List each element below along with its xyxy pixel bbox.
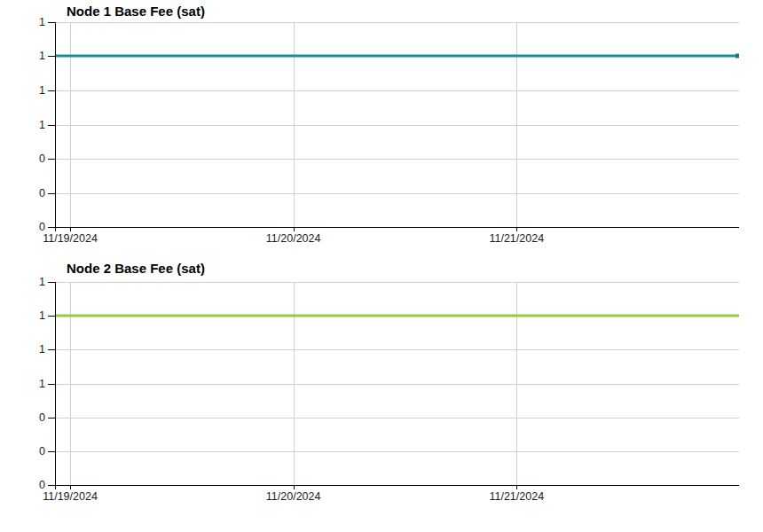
y-axis-tick bbox=[48, 125, 55, 126]
vertical-gridline bbox=[70, 22, 71, 227]
x-tick-label: 11/19/2024 bbox=[43, 490, 98, 503]
vertical-gridline bbox=[70, 282, 71, 485]
y-tick-label: 0 bbox=[26, 222, 45, 233]
y-tick-label: 1 bbox=[26, 310, 45, 322]
horizontal-gridline bbox=[56, 282, 739, 283]
y-axis-tick bbox=[48, 193, 55, 194]
horizontal-gridline bbox=[56, 349, 739, 350]
y-axis-tick bbox=[48, 485, 55, 486]
horizontal-gridline bbox=[56, 418, 739, 419]
chart-title: Node 2 Base Fee (sat) bbox=[67, 261, 205, 277]
y-axis-tick bbox=[48, 316, 55, 317]
y-tick-label: 0 bbox=[26, 187, 45, 199]
x-axis-tick bbox=[294, 227, 295, 231]
axis-corner-tick bbox=[55, 485, 56, 489]
y-tick-label: 0 bbox=[26, 480, 45, 491]
fee-series-line bbox=[56, 55, 739, 58]
y-tick-label: 1 bbox=[26, 378, 45, 389]
y-tick-label: 0 bbox=[26, 411, 45, 423]
vertical-gridline bbox=[516, 282, 517, 485]
fee-charts-page: { "colors": { "node1_line": "#1a8f9a", "… bbox=[0, 0, 763, 532]
y-axis-tick bbox=[48, 227, 55, 228]
fee-series-line bbox=[56, 315, 739, 317]
x-axis-tick bbox=[294, 485, 295, 489]
y-tick-label: 1 bbox=[26, 51, 45, 62]
horizontal-gridline bbox=[56, 384, 739, 385]
x-tick-label: 11/20/2024 bbox=[266, 490, 321, 503]
y-axis-tick bbox=[48, 90, 55, 91]
x-axis-tick bbox=[70, 227, 71, 231]
y-tick-label: 1 bbox=[26, 17, 45, 28]
vertical-gridline bbox=[294, 22, 295, 227]
x-axis-tick bbox=[70, 485, 71, 489]
y-tick-label: 1 bbox=[26, 84, 45, 96]
y-axis-tick bbox=[48, 159, 55, 160]
x-axis-tick bbox=[516, 485, 517, 489]
horizontal-gridline bbox=[56, 451, 739, 452]
horizontal-gridline bbox=[56, 22, 739, 23]
chart-title: Node 1 Base Fee (sat) bbox=[67, 4, 205, 20]
chart-node-2-base-fee: Node 2 Base Fee (sat) 111100011/19/20241… bbox=[0, 257, 763, 532]
series-end-marker bbox=[735, 54, 739, 59]
y-tick-label: 1 bbox=[26, 344, 45, 356]
y-tick-label: 1 bbox=[26, 277, 45, 288]
y-axis-tick bbox=[48, 22, 55, 23]
plot-area: 111100011/19/202411/20/202411/21/2024 bbox=[55, 22, 739, 228]
x-tick-label: 11/19/2024 bbox=[43, 232, 98, 245]
horizontal-gridline bbox=[56, 193, 739, 194]
horizontal-gridline bbox=[56, 159, 739, 160]
horizontal-gridline bbox=[56, 90, 739, 91]
x-tick-label: 11/21/2024 bbox=[489, 490, 544, 503]
chart-node-1-base-fee: Node 1 Base Fee (sat) 111100011/19/20241… bbox=[0, 0, 763, 257]
y-axis-tick bbox=[48, 418, 55, 419]
x-axis-tick bbox=[516, 227, 517, 231]
y-axis-tick bbox=[48, 56, 55, 57]
plot-area: 111100011/19/202411/20/202411/21/2024 bbox=[55, 282, 739, 486]
vertical-gridline bbox=[516, 22, 517, 227]
y-axis-tick bbox=[48, 384, 55, 385]
x-tick-label: 11/21/2024 bbox=[489, 232, 544, 245]
y-axis-tick bbox=[48, 282, 55, 283]
axis-corner-tick bbox=[55, 227, 56, 231]
y-axis-tick bbox=[48, 451, 55, 452]
y-axis-tick bbox=[48, 349, 55, 350]
y-tick-label: 1 bbox=[26, 119, 45, 130]
y-tick-label: 0 bbox=[26, 153, 45, 164]
vertical-gridline bbox=[294, 282, 295, 485]
horizontal-gridline bbox=[56, 125, 739, 126]
y-tick-label: 0 bbox=[26, 445, 45, 457]
x-tick-label: 11/20/2024 bbox=[266, 232, 321, 245]
